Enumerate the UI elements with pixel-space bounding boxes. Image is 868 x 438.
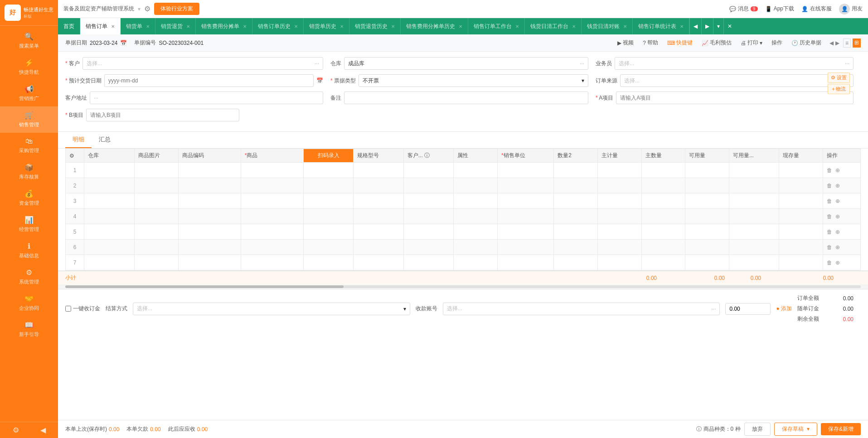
row-3-spec[interactable] [354,193,403,209]
row-4-main-qty[interactable] [641,209,685,224]
row-3-sales-unit[interactable] [497,193,553,209]
save-new-button[interactable]: 保存&新增 [821,423,861,435]
row-5-spec[interactable] [354,224,403,240]
row-7-main-unit[interactable] [597,255,641,270]
sidebar-item-system[interactable]: ⚙ 系统管理 [0,264,58,290]
row-1-sales-unit[interactable] [497,163,553,178]
customer-select[interactable]: 选择... ··· [82,57,323,70]
prev-record-btn[interactable]: ◀ [829,40,834,46]
row-1-main-qty[interactable] [641,163,685,178]
sidebar-item-finance[interactable]: 💰 资金管理 [0,185,58,211]
profit-estimate-btn[interactable]: 📈 毛利预估 [699,38,734,48]
invoice-select[interactable]: 不开票 ▾ [359,74,588,87]
row-3-warehouse[interactable] [84,193,134,209]
warehouse-select[interactable]: 成品库 ··· [344,57,588,70]
tab-close-all-btn[interactable]: ✕ [723,18,736,34]
row-6-qty2[interactable] [554,240,598,255]
row-1-attribute[interactable] [454,163,498,178]
row-4-copy-icon[interactable]: ⊕ [835,213,840,220]
tab-return-history-close[interactable]: ✕ [391,24,395,29]
row-4-spec[interactable] [354,209,403,224]
row-7-main-qty[interactable] [641,255,685,270]
user-menu[interactable]: 👤 用友 [839,4,863,14]
row-6-warehouse[interactable] [84,240,134,255]
tab-order-workbench-close[interactable]: ✕ [515,24,519,29]
tab-prev-btn[interactable]: ◀ [689,18,701,34]
row-7-attribute[interactable] [454,255,498,270]
row-2-qty2[interactable] [554,178,598,193]
row-7-customer-code[interactable] [403,255,453,270]
row-2-sales-unit[interactable] [497,178,553,193]
row-3-qty2[interactable] [554,193,598,209]
remark-input[interactable] [344,91,588,104]
sidebar-item-operations[interactable]: 📊 经营管理 [0,211,58,237]
sidebar-item-marketing[interactable]: 📢 营销推广 [0,80,58,106]
sidebar-item-inventory[interactable]: 📦 库存核算 [0,159,58,185]
row-2-warehouse[interactable] [84,178,134,193]
row-5-attribute[interactable] [454,224,498,240]
sidebar-item-purchase[interactable]: 🛍 采购管理 [0,133,58,159]
print-btn[interactable]: 🖨 打印 ▾ [738,38,765,48]
row-6-code[interactable] [178,240,241,255]
tab-sales-stats[interactable]: 销售订单统计表 ✕ [633,18,689,34]
customer-dots[interactable]: ··· [315,60,319,67]
system-dropdown-icon[interactable]: ▾ [138,6,141,12]
tab-expense-history-close[interactable]: ✕ [459,24,462,29]
row-7-product[interactable] [241,255,303,270]
row-4-qty2[interactable] [554,209,598,224]
payment-method-select[interactable]: 选择... ▾ [133,303,410,315]
discard-button[interactable]: 放弃 [744,423,771,436]
row-6-main-unit[interactable] [597,240,641,255]
row-1-spec[interactable] [354,163,403,178]
row-6-product[interactable] [241,240,303,255]
horizontal-scrollbar[interactable] [58,284,868,289]
topbar-gear-icon[interactable]: ⚙ [144,5,150,13]
row-7-sales-unit[interactable] [497,255,553,270]
delivery-date-input[interactable] [104,74,314,87]
solution-button[interactable]: 体验行业方案 [154,3,199,15]
row-7-code[interactable] [178,255,241,270]
add-payment-btn[interactable]: ● 添加 [776,305,792,313]
tab-sales-slip-close[interactable]: ✕ [146,24,150,29]
row-2-attribute[interactable] [454,178,498,193]
row-5-copy-icon[interactable]: ⊕ [835,229,840,235]
row-4-code[interactable] [178,209,241,224]
tab-cash-reconcile-close[interactable]: ✕ [623,24,627,29]
scrollbar-thumb[interactable] [65,285,344,288]
tab-detail[interactable]: 明细 [65,132,92,148]
row-1-qty2[interactable] [554,163,598,178]
online-service-button[interactable]: 👤 在线客服 [801,5,832,13]
account-dots[interactable]: ··· [711,306,716,312]
b-project-input[interactable] [86,109,239,121]
row-6-copy-icon[interactable]: ⊕ [835,244,840,250]
shortcut-btn[interactable]: ⌨ 快捷键 [664,38,695,48]
row-1-code[interactable] [178,163,241,178]
row-4-warehouse[interactable] [84,209,134,224]
row-5-main-qty[interactable] [641,224,685,240]
staff-select[interactable]: 选择... ··· [615,57,853,70]
row-6-delete-icon[interactable]: 🗑 [827,244,832,250]
row-7-delete-icon[interactable]: 🗑 [827,260,832,266]
tab-menu-btn[interactable]: ▾ [713,18,723,34]
row-5-product[interactable] [241,224,303,240]
sidebar-item-base-info[interactable]: ℹ 基础信息 [0,237,58,264]
row-6-sales-unit[interactable] [497,240,553,255]
row-6-main-qty[interactable] [641,240,685,255]
tab-sales-slip-history[interactable]: 销货单历史 ✕ [304,18,349,34]
row-5-qty2[interactable] [554,224,598,240]
row-5-warehouse[interactable] [84,224,134,240]
tab-cash-workbench[interactable]: 钱货日清工作台 ✕ [525,18,582,34]
row-4-main-unit[interactable] [597,209,641,224]
row-3-main-unit[interactable] [597,193,641,209]
a-project-input[interactable] [616,91,853,104]
row-6-attribute[interactable] [454,240,498,255]
tab-next-btn[interactable]: ▶ [701,18,713,34]
settings-shortcut-btn[interactable]: ⚙ 设置 [828,72,850,83]
tab-return-history[interactable]: 销货退货历史 ✕ [349,18,401,34]
sidebar-item-search[interactable]: 🔍 搜索菜单 [0,28,58,54]
row-1-warehouse[interactable] [84,163,134,178]
tab-sales-order[interactable]: 销售订单 ✕ [80,18,121,34]
save-draft-button[interactable]: 保存草稿 ▾ [774,423,817,436]
row-4-customer-code[interactable] [403,209,453,224]
row-1-customer-code[interactable] [403,163,453,178]
